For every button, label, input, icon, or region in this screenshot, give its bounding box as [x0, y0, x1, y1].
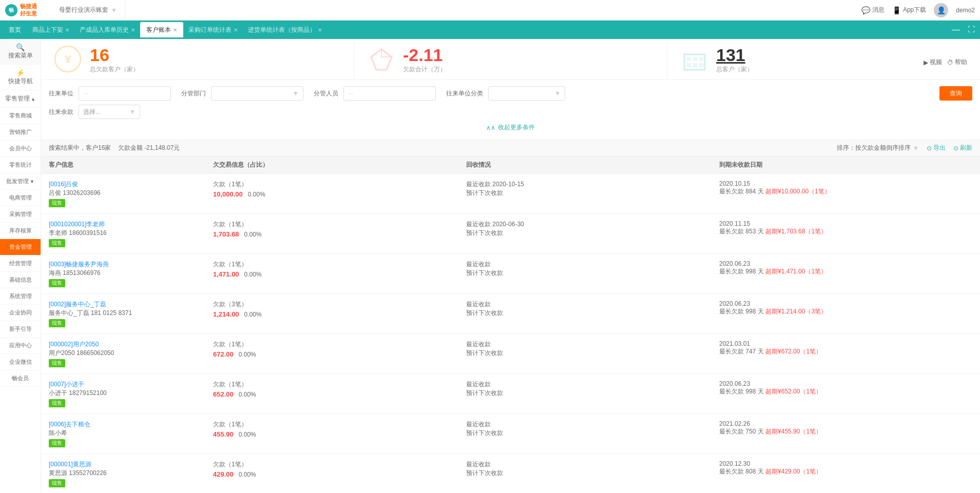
company-selector[interactable]: 母婴行业演示账套 ▼	[51, 0, 125, 20]
sidebar-item-basic[interactable]: 基础信息	[0, 272, 41, 288]
payment-col: 最近收款 2020-06-30 预计下次收款	[466, 220, 719, 238]
customer-name-link[interactable]: [0016]吕俊	[49, 181, 78, 188]
sidebar-item-business[interactable]: 经营管理	[0, 255, 41, 272]
download-btn[interactable]: 📱 App下载	[892, 6, 926, 14]
overdue-link[interactable]: 超期¥1,471.00（1笔）	[765, 268, 827, 275]
sidebar-item-apps[interactable]: 应用中心	[0, 338, 41, 354]
customer-name-link[interactable]: [0006]去下粮仓	[49, 421, 90, 428]
retail-mgmt-arrow: ▲	[31, 96, 35, 102]
sidebar-item-retail-stats[interactable]: 零售统计	[0, 157, 41, 173]
overdue-link[interactable]: 超期¥455.90（1笔）	[765, 428, 822, 435]
sidebar-item-system[interactable]: 系统管理	[0, 288, 41, 305]
sidebar-item-enterprise[interactable]: 企业协同	[0, 305, 41, 321]
svg-rect-5	[687, 57, 691, 61]
customer-name-link[interactable]: [0007]小进干	[49, 381, 84, 388]
refresh-icon: ⊙	[953, 145, 958, 152]
duedate-col: 2020.06.23 最长欠款 998 天 超期¥652.00（1笔）	[719, 380, 972, 396]
help-label: 帮助	[955, 58, 967, 67]
customer-name-link[interactable]: [0002]服务中心_丁磊	[49, 301, 106, 308]
message-label: 消息	[872, 6, 885, 14]
tab-product-shelf-close[interactable]: ✕	[65, 27, 69, 33]
tab-home[interactable]: 首页	[3, 22, 27, 37]
svg-rect-6	[693, 57, 697, 61]
sidebar-item-member[interactable]: 会员中心	[0, 141, 41, 157]
debt-amount: 10,000.00	[213, 190, 243, 198]
sidebar-item-retail-store[interactable]: 零售商城	[0, 108, 41, 124]
filter-from-unit-input[interactable]: ···	[79, 86, 171, 101]
svg-rect-4	[684, 54, 705, 70]
debt-info-col: 欠款（1笔） 672.00 0.00%	[213, 340, 466, 358]
duedate-col: 2021.03.01 最长欠款 747 天 超期¥672.00（1笔）	[719, 340, 972, 356]
search-menu-label: 搜索菜单	[3, 51, 38, 60]
table-row: [0001020001]李老师 李老师 18600391516 现售 欠款（1笔…	[41, 214, 980, 254]
col-header-payment: 回收情况	[466, 161, 719, 169]
sidebar-item-guide[interactable]: 新手引导	[0, 321, 41, 338]
overdue-link[interactable]: 超期¥10,000.00（1笔）	[765, 188, 831, 195]
overdue-link[interactable]: 超期¥1,214.00（3笔）	[765, 308, 827, 315]
customer-name-link[interactable]: [000001]黄思源	[49, 461, 91, 468]
customer-info-col: [0003]畅捷服务尹海燕 海燕 18513066976 现售	[49, 260, 213, 287]
tab-product-history-close[interactable]: ✕	[131, 27, 135, 33]
tab-product-shelf[interactable]: 商品上下架 ✕	[27, 22, 74, 37]
filter-department-input[interactable]: ▼	[211, 86, 303, 101]
tab-product-shelf-label: 商品上下架	[32, 26, 63, 34]
sidebar-item-vip[interactable]: 畅会员	[0, 370, 41, 387]
customer-name-link[interactable]: [000002]用户2050	[49, 341, 99, 348]
message-btn[interactable]: 💬 消息	[861, 6, 885, 14]
export-label: 导出	[933, 144, 946, 152]
table-row: [0006]去下粮仓 陈小希 现售 欠款（1笔） 455.90 0.00% 最近…	[41, 414, 980, 454]
filter-balance-select[interactable]: 选择...▼	[79, 105, 140, 119]
quick-nav[interactable]: ⚡ 快捷导航	[0, 65, 41, 90]
export-btn[interactable]: ⊙ 导出	[927, 144, 946, 152]
sidebar-item-inventory[interactable]: 库存核算	[0, 223, 41, 239]
tab-purchase-order[interactable]: 采购订单统计表 ✕	[183, 22, 243, 37]
tab-purchase-stats-close[interactable]: ✕	[318, 27, 322, 33]
customer-name-link[interactable]: [0003]畅捷服务尹海燕	[49, 261, 109, 268]
retail-mgmt-label: 零售管理	[5, 94, 30, 103]
query-button[interactable]: 查询	[939, 86, 972, 101]
message-icon: 💬	[861, 6, 870, 14]
customer-name-link[interactable]: [0001020001]李老师	[49, 221, 105, 228]
refresh-btn[interactable]: ⊙ 刷新	[953, 144, 972, 152]
user-avatar[interactable]: 👤	[934, 3, 948, 17]
tab-bar-expand[interactable]: ⛶	[965, 25, 977, 34]
help-btn[interactable]: ⏱ 帮助	[947, 58, 967, 67]
overdue-link[interactable]: 超期¥429.00（1笔）	[765, 468, 822, 475]
video-btn[interactable]: ▶ 视频	[924, 58, 942, 67]
sidebar-item-purchase[interactable]: 采购管理	[0, 206, 41, 223]
table-row: [0003]畅捷服务尹海燕 海燕 18513066976 现售 欠款（1笔） 1…	[41, 254, 980, 294]
overdue-link[interactable]: 超期¥1,703.68（1笔）	[765, 228, 827, 235]
sidebar-item-finance[interactable]: 资金管理	[0, 239, 41, 255]
sidebar-item-retail-mgmt[interactable]: 零售管理 ▲	[0, 90, 41, 108]
tab-purchase-order-close[interactable]: ✕	[234, 27, 238, 33]
sidebar-item-marketing[interactable]: 营销推广	[0, 124, 41, 141]
logo-area: 畅 畅捷通好生意	[5, 3, 51, 16]
collapse-label: 收起更多条件	[498, 123, 535, 132]
tab-bar-shrink[interactable]: —	[949, 25, 963, 34]
tab-customer-account-close[interactable]: ✕	[173, 27, 177, 33]
filter-department-label: 分管部门	[181, 89, 206, 98]
tab-purchase-stats[interactable]: 进货单统计表（按商品） ✕	[243, 22, 327, 37]
customer-tag: 现售	[49, 199, 65, 207]
filter-unit-category-input[interactable]: ▼	[488, 86, 565, 101]
sidebar-item-wechat[interactable]: 企业微信	[0, 354, 41, 370]
overdue-link[interactable]: 超期¥652.00（1笔）	[765, 388, 822, 395]
search-menu[interactable]: 🔍 搜索菜单	[0, 39, 41, 65]
customer-info-col: [0006]去下粮仓 陈小希 现售	[49, 420, 213, 447]
collapse-more[interactable]: ∧∧ 收起更多条件	[49, 122, 972, 133]
table-row: [0002]服务中心_丁磊 服务中心_丁磊 181 0125 8371 现售 欠…	[41, 294, 980, 334]
table-row: [000001]黄思源 黄思源 13552700226 现售 欠款（1笔） 42…	[41, 454, 980, 493]
sort-selector[interactable]: 排序：按欠款金额倒序排序 ▼	[837, 144, 919, 152]
sidebar-item-batch-mgmt[interactable]: 批发管理▼	[0, 173, 41, 190]
sidebar-item-ecommerce[interactable]: 电商管理	[0, 190, 41, 206]
tab-customer-account[interactable]: 客户账本 ✕	[140, 22, 183, 37]
overdue-link[interactable]: 超期¥672.00（1笔）	[765, 348, 822, 355]
debt-info-col: 欠款（1笔） 1,703.68 0.00%	[213, 220, 466, 238]
filter-manager-input[interactable]: ···	[343, 86, 436, 101]
svg-rect-9	[693, 63, 697, 67]
customer-phone: 李老师 18600391516	[49, 229, 213, 238]
stat-card-total-customers: 131 总客户（家） ▶ 视频 ⏱ 帮助	[667, 39, 980, 80]
col-header-duedate: 到期未收款日期	[719, 161, 972, 169]
stat-icon-yuan: ¥	[54, 45, 82, 73]
tab-product-history[interactable]: 产成品入库单历史 ✕	[74, 22, 140, 37]
